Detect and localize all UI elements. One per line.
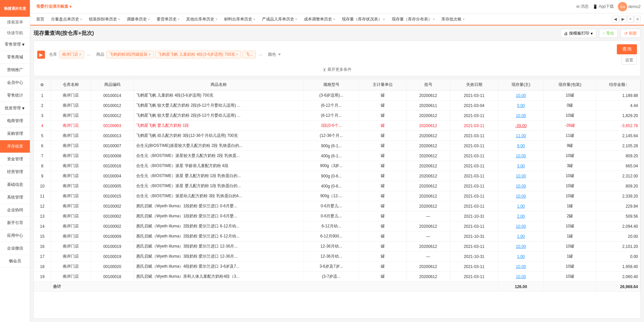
tab-disassemble-close-icon[interactable]: × (118, 17, 120, 21)
tab-matout[interactable]: 材料出库单历史 × (221, 15, 258, 23)
cell-qty-main-13[interactable]: 10.00 (498, 221, 543, 231)
tab-invdist-close-icon[interactable]: × (433, 17, 435, 21)
tab-menu-btn[interactable]: ≡ (634, 16, 641, 22)
cell-qty-main-7[interactable]: 3.00 (498, 161, 543, 171)
sidebar-item-finance[interactable]: 资金管理 (0, 153, 30, 166)
tab-batchaccount-close-icon[interactable]: × (463, 17, 465, 21)
tab-mix[interactable]: 调拨单历史 × (124, 15, 153, 23)
cell-balance-12: 509.56 (596, 211, 640, 221)
btn-query[interactable]: 查询 (617, 44, 637, 54)
product-tag-0-remove[interactable]: × (149, 53, 151, 56)
table-row: 11 南岸门店 00100015 合生元（BIOSTIME）派星幼儿配方奶粉 3… (34, 191, 640, 201)
tab-otherout[interactable]: 其他出库单历史 × (183, 15, 220, 23)
cell-qty-main-3[interactable]: -39.00 (498, 121, 543, 131)
product-more-dots[interactable]: ··· (259, 52, 263, 57)
tab-prev-btn[interactable]: ◀ (612, 16, 619, 22)
sidebar-item-retailstat[interactable]: 零售统计 (0, 89, 30, 102)
warehouse-more-dots[interactable]: ··· (87, 52, 91, 57)
tab-costadjust-close-icon[interactable]: × (333, 17, 335, 21)
sidebar-item-wholesale[interactable]: 批发管理 ▼ (0, 102, 30, 115)
tab-disassemble[interactable]: 组装拆卸单历史 × (86, 15, 123, 23)
cell-qty-main-1[interactable]: 0.00 (498, 101, 543, 111)
sidebar-item-retailshop[interactable]: 零售商城 (0, 51, 30, 64)
tab-prodin[interactable]: 产成品入库单历史 × (259, 15, 300, 23)
tab-partcount[interactable]: 分量盘点单历史 × (48, 15, 85, 23)
cell-batch-4: 20200612 (407, 131, 450, 141)
topbar-message[interactable]: ✉ 消息 (576, 4, 589, 9)
tab-demand[interactable]: 要货单历史 × (154, 15, 182, 23)
cell-qty-main-12[interactable]: 2.00 (498, 211, 543, 221)
warehouse-tag-0-remove[interactable]: × (79, 53, 81, 56)
sidebar-item-appcenter[interactable]: 应用中心 (0, 229, 30, 242)
tab-partcount-close-icon[interactable]: × (80, 17, 82, 21)
col-settings-icon[interactable]: ⚙ (34, 79, 51, 91)
topbar-app-download[interactable]: 📱 App下载 (593, 4, 614, 9)
sidebar-item-weapp[interactable]: 企业微信 (0, 242, 30, 255)
tab-close-btn[interactable]: × (627, 16, 634, 22)
table-row: 19 南岸门店 00100018 惠氏启赋（Wyeth illuma）亲和人体儿… (34, 272, 640, 282)
cell-qty-main-6[interactable]: 10.00 (498, 151, 543, 161)
cell-index-6: 7 (34, 151, 51, 161)
cell-qty-main-4[interactable]: 11.00 (498, 131, 543, 141)
sidebar-item-ops[interactable]: 经营管理 (0, 166, 30, 178)
tab-home[interactable]: 首页 (34, 15, 47, 23)
filter-expand-btn[interactable]: ⊻ 展开更多条件 (323, 67, 352, 72)
cell-warehouse-11: 南岸门店 (51, 201, 91, 211)
tab-batchaccount[interactable]: 库存批次账 × (439, 15, 467, 23)
sidebar-item-vip[interactable]: 畅会员 (0, 255, 30, 268)
balance-info-icon[interactable]: ℹ (626, 83, 627, 87)
tab-otherout-close-icon[interactable]: × (215, 17, 217, 21)
cell-code-2: 00100012 (91, 111, 134, 121)
sidebar-item-ecommerce[interactable]: 电商管理 (0, 115, 30, 127)
cell-unit-14: 罐 (359, 231, 407, 241)
color-select-wrap (278, 54, 281, 55)
sidebar-item-retail[interactable]: 零售管理 ▼ (0, 38, 30, 51)
sidebar-item-system[interactable]: 系统管理 (0, 191, 30, 204)
topbar-user[interactable]: Ea demo2 (618, 2, 641, 11)
cell-qty-main-5[interactable]: 9.00 (498, 141, 543, 151)
sidebar-item-inventory[interactable]: 库存核算 (0, 140, 30, 153)
sidebar-item-guide[interactable]: 新手引导 (0, 217, 30, 229)
cell-qty-main-8[interactable]: 10.00 (498, 171, 543, 181)
sidebar-item-marketing[interactable]: 营销推广 (0, 64, 30, 76)
cell-code-4: 00100013 (91, 131, 134, 141)
cell-qty-main-16[interactable]: 1.00 (498, 252, 543, 262)
tab-mix-close-icon[interactable]: × (148, 17, 150, 21)
cell-qty-main-9[interactable]: 10.00 (498, 181, 543, 191)
tab-invdist[interactable]: 现存量（库存分布表） × (389, 15, 438, 23)
sidebar-item-purchase[interactable]: 采购管理 (0, 127, 30, 140)
topbar-dropdown[interactable]: 母婴行业演示账套 ▾ (34, 2, 74, 11)
sidebar-item-search[interactable]: 搜索菜单 (0, 17, 30, 28)
cell-qty-main-14[interactable]: 1.00 (498, 231, 543, 241)
cell-qty-main-18[interactable]: 10.00 (498, 272, 543, 282)
cell-qty-main-11[interactable]: 1.00 (498, 201, 543, 211)
sidebar-item-quicknav[interactable]: 快捷导航 (0, 28, 30, 38)
sidebar-item-member[interactable]: 会员中心 (0, 76, 30, 89)
cell-qty-main-2[interactable]: 10.00 (498, 111, 543, 121)
cell-index-1: 2 (34, 101, 51, 111)
tab-invstatus-close-icon[interactable]: × (383, 17, 385, 21)
cell-qty-main-0[interactable]: 10.00 (498, 91, 543, 101)
btn-settings[interactable]: 设置 (622, 56, 637, 65)
cell-warehouse-0: 南岸门店 (51, 91, 91, 101)
tab-matout-close-icon[interactable]: × (253, 17, 255, 21)
cell-qty-main-15[interactable]: 10.00 (498, 241, 543, 252)
tab-next-btn[interactable]: ▶ (620, 16, 627, 22)
cell-qty-pkg-1: 0罐 (543, 101, 596, 111)
cell-qty-main-17[interactable]: 10.00 (498, 262, 543, 272)
tab-demand-close-icon[interactable]: × (178, 17, 180, 21)
col-balance: 结存金额 ℹ (596, 79, 640, 91)
sidebar-item-basic[interactable]: 基础信息 (0, 178, 30, 191)
product-tag-1-remove[interactable]: × (236, 53, 238, 56)
btn-template-print[interactable]: 🖨 按模板打印 ▾ (560, 29, 596, 38)
tab-invstatus[interactable]: 现存量（库存状况表） × (339, 15, 388, 23)
sidebar-item-corp[interactable]: 企业协同 (0, 204, 30, 217)
tab-costadjust[interactable]: 成本调整单历史 × (301, 15, 338, 23)
tab-prodin-close-icon[interactable]: × (295, 17, 297, 21)
cell-code-5: 00100007 (91, 141, 134, 151)
cell-qty-main-10[interactable]: 10.00 (498, 191, 543, 201)
btn-refresh[interactable]: ↺ 刷新 (621, 29, 641, 38)
cell-name-3: 飞鹤星飞帆 婴儿配方奶粉 1段 (134, 121, 304, 131)
btn-export[interactable]: ↑ 导出 (599, 29, 618, 38)
filter-expand-left-btn[interactable]: ▶ (37, 51, 45, 59)
